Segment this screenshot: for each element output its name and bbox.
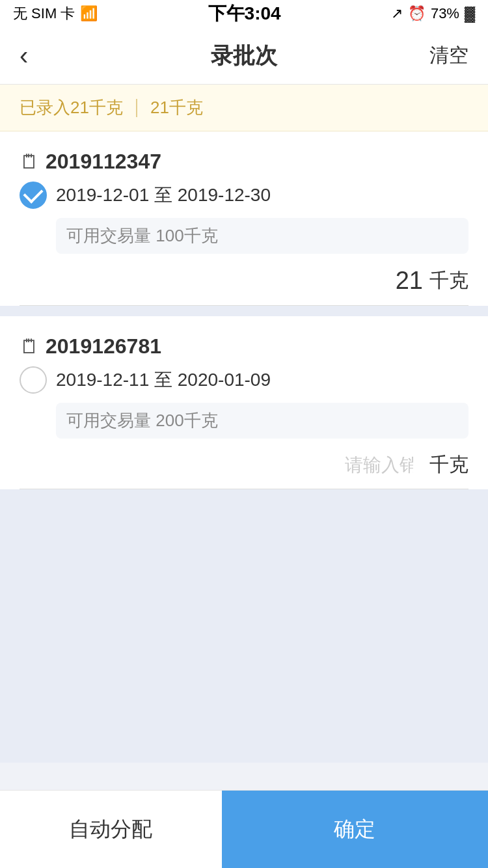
battery-percentage: 73% <box>431 5 459 22</box>
status-right: ↗ ⏰ 73% ▓ <box>391 5 475 22</box>
batch-id-1: 2019112347 <box>46 150 161 174</box>
status-bar: 无 SIM 卡 📶 下午3:04 ↗ ⏰ 73% ▓ <box>0 0 488 27</box>
info-banner: 已录入21千克 21千克 <box>0 85 488 131</box>
quantity-unit-2: 千克 <box>429 452 468 478</box>
clear-button[interactable]: 清空 <box>429 42 468 69</box>
quantity-value-1: 21 <box>396 267 423 295</box>
info-divider <box>136 99 137 117</box>
quantity-row-2: 千克 <box>20 439 468 489</box>
quantity-unit-1: 千克 <box>429 267 468 294</box>
nav-bar: ‹ 录批次 清空 <box>0 27 488 85</box>
auto-assign-button[interactable]: 自动分配 <box>0 791 222 868</box>
alarm-icon: ⏰ <box>408 5 426 22</box>
no-sim-text: 无 SIM 卡 <box>13 4 75 23</box>
batch-item-1: 🗒 2019112347 2019-12-01 至 2019-12-30 可用交… <box>0 131 488 306</box>
batch-doc-icon-2: 🗒 <box>20 336 39 358</box>
quantity-input-2[interactable] <box>345 455 423 476</box>
back-button[interactable]: ‹ <box>20 41 59 70</box>
location-icon: ↗ <box>391 5 403 22</box>
batch-date-row-1: 2019-12-01 至 2019-12-30 <box>20 182 468 209</box>
battery-icon: ▓ <box>465 5 475 22</box>
batch-date-row-2: 2019-12-11 至 2020-01-09 <box>20 366 468 394</box>
batch-doc-icon-1: 🗒 <box>20 151 39 173</box>
total-amount: 21千克 <box>150 96 203 119</box>
confirm-button[interactable]: 确定 <box>222 791 488 868</box>
wifi-icon: 📶 <box>80 5 98 22</box>
section-divider <box>0 306 488 316</box>
recorded-amount: 已录入21千克 <box>20 96 123 119</box>
quantity-row-1: 21 千克 <box>20 254 468 305</box>
batch-date-1: 2019-12-01 至 2019-12-30 <box>56 183 271 208</box>
batch-header-1: 🗒 2019112347 <box>20 150 468 174</box>
batch-date-2: 2019-12-11 至 2020-01-09 <box>56 368 271 392</box>
available-tag-2: 可用交易量 200千克 <box>56 403 468 439</box>
page-title: 录批次 <box>211 41 277 71</box>
bottom-grey-area <box>0 489 488 763</box>
radio-button-1[interactable] <box>20 182 47 209</box>
available-tag-1: 可用交易量 100千克 <box>56 218 468 254</box>
radio-button-2[interactable] <box>20 366 47 394</box>
bottom-bar: 自动分配 确定 <box>0 790 488 868</box>
batch-id-2: 2019126781 <box>46 334 161 359</box>
status-left: 无 SIM 卡 📶 <box>13 4 98 23</box>
batch-header-2: 🗒 2019126781 <box>20 334 468 359</box>
batch-item-2: 🗒 2019126781 2019-12-11 至 2020-01-09 可用交… <box>0 316 488 489</box>
status-time: 下午3:04 <box>208 1 281 26</box>
